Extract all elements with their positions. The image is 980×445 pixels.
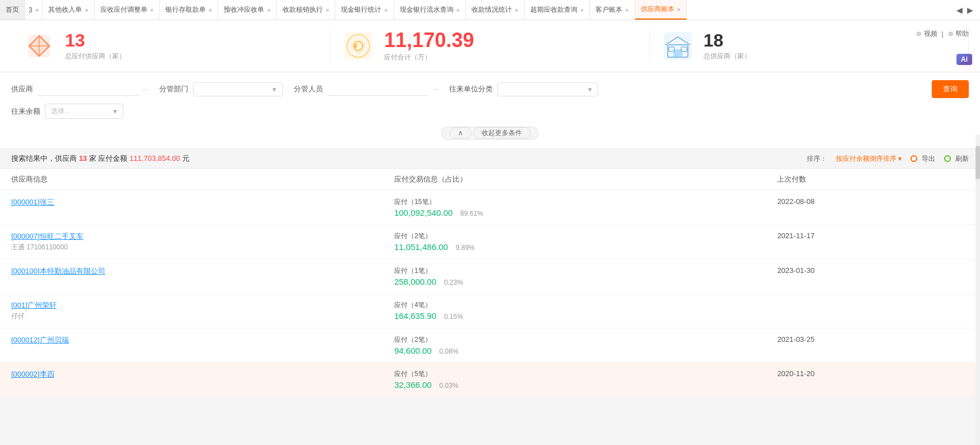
nav-tab-customer-account[interactable]: 客户账本 × <box>590 0 635 20</box>
transaction-info-5: 应付（2笔） 94,600.00 0.08% <box>394 335 777 355</box>
category-field: 往来单位分类 ▾ <box>449 82 598 96</box>
nav-tab-collect-stat-close[interactable]: × <box>515 7 518 13</box>
table-row: [000002]李四 应付（5笔） 32,366.00 0.03% 2020-1… <box>0 363 980 397</box>
stat-info-suppliers: 13 总应付供应商（家） <box>65 31 126 61</box>
supplier-link-2[interactable]: [000007]恒旺二手叉车 <box>11 231 394 242</box>
nav-tab-cash-bank-flow-close[interactable]: × <box>456 7 460 13</box>
category-select[interactable]: ▾ <box>497 82 598 96</box>
collapse-button[interactable]: ∧ 收起更多条件 <box>11 124 969 144</box>
scrollbar[interactable] <box>976 135 980 397</box>
supplier-link-5[interactable]: [000012]广州贝瑞 <box>11 335 394 345</box>
nav-tab-cash-bank-stat-close[interactable]: × <box>384 7 387 13</box>
last-payment-3: 2023-01-30 <box>777 266 969 275</box>
transaction-amount-6[interactable]: 32,366.00 <box>394 380 432 390</box>
table-row: [000100]本特勤油品有限公司 应付（1笔） 258,000.00 0.23… <box>0 259 980 294</box>
supplier-info-4: [001]广州荣轩 仔仔 <box>11 300 394 321</box>
manager-ellipsis[interactable]: ··· <box>433 86 438 92</box>
supplier-info-2: [000007]恒旺二手叉车 王通 17106110000 <box>11 231 394 252</box>
supplier-ellipsis[interactable]: ··· <box>143 86 148 92</box>
balance-label: 往来余额 <box>11 106 40 117</box>
transaction-amount-4[interactable]: 164,635.90 <box>394 311 436 321</box>
balance-value: 选择... <box>51 106 70 116</box>
transaction-amount-3[interactable]: 258,000.00 <box>394 277 436 286</box>
sort-value[interactable]: 按应付余额倒序排序 ▾ <box>836 154 902 164</box>
transaction-amount-2[interactable]: 11,051,486.00 <box>394 242 448 252</box>
nav-tab-home[interactable]: 首页 <box>0 0 25 20</box>
table-header: 供应商信息 应付交易信息（占比） 上次付数 <box>0 169 980 191</box>
stat-info-total-suppliers: 18 总供应商（家） <box>704 31 751 61</box>
nav-arrow-right[interactable]: ▶ <box>965 6 976 15</box>
supplier-sub-2: 王通 17106110000 <box>11 243 394 252</box>
nav-tab-other-income[interactable]: 其他收入单 × <box>43 0 94 20</box>
data-table: 供应商信息 应付交易信息（占比） 上次付数 [000001]张三 应付（15笔）… <box>0 169 980 397</box>
export-button[interactable]: 导出 <box>910 154 935 164</box>
nav-tab-supplier-account[interactable]: 供应商账本 × <box>635 0 687 20</box>
manager-label: 分管人员 <box>294 84 323 94</box>
transaction-percent-5: 0.08% <box>440 347 459 355</box>
transaction-label-3: 应付（1笔） <box>394 266 777 276</box>
supplier-info-6: [000002]李四 <box>11 369 394 379</box>
nav-tab-customer-account-close[interactable]: × <box>625 7 628 13</box>
balance-field: 往来余额 选择... ▾ <box>11 104 123 119</box>
last-payment-5: 2021-03-25 <box>777 335 969 344</box>
nav-tab-collect-verify-close[interactable]: × <box>326 7 329 13</box>
nav-tab-collect-stat-label: 收款情况统计 <box>471 5 512 15</box>
nav-tab-collect-verify[interactable]: 收款核销执行 × <box>277 0 335 20</box>
nav-arrows: ◀ ▶ <box>950 6 980 15</box>
nav-tab-customer-account-label: 客户账本 <box>595 5 622 15</box>
supplier-link-4[interactable]: [001]广州荣轩 <box>11 300 394 310</box>
refresh-icon <box>944 155 951 162</box>
nav-tab-supplier-account-close[interactable]: × <box>677 6 681 13</box>
supplier-link-1[interactable]: [000001]张三 <box>11 197 394 207</box>
scrollbar-thumb[interactable] <box>976 146 980 179</box>
nav-tab-collect-verify-label: 收款核销执行 <box>283 5 323 15</box>
manager-field: 分管人员 ··· <box>294 82 438 96</box>
supplier-link-6[interactable]: [000002]李四 <box>11 369 394 379</box>
supplier-info-3: [000100]本特勤油品有限公司 <box>11 266 394 276</box>
transaction-info-1: 应付（15笔） 100,092,540.00 89.61% <box>394 197 777 217</box>
nav-tab-prepay-collect[interactable]: 预收冲应收单 × <box>218 0 276 20</box>
manager-input[interactable] <box>327 82 428 96</box>
diamond-icon <box>22 29 56 63</box>
department-select[interactable]: ▾ <box>193 82 283 96</box>
wheat-icon: ¥ <box>341 29 375 63</box>
nav-tab-collect-stat[interactable]: 收款情况统计 × <box>466 0 524 20</box>
nav-tab-bank-deposit-close[interactable]: × <box>209 7 212 13</box>
stat-block-suppliers: 13 总应付供应商（家） <box>11 29 330 63</box>
video-link[interactable]: ⊙ 视频 <box>916 29 937 39</box>
supplier-input[interactable] <box>38 82 138 96</box>
ai-badge[interactable]: Ai <box>956 54 972 65</box>
nav-tab-3-close[interactable]: × <box>35 7 39 13</box>
transaction-label-4: 应付（4笔） <box>394 300 777 310</box>
table-row: [000012]广州贝瑞 应付（2笔） 94,600.00 0.08% 2021… <box>0 328 980 363</box>
nav-tab-cash-bank-stat[interactable]: 现金银行统计 × <box>335 0 394 20</box>
nav-tab-ap-adjust[interactable]: 应收应付调整单 × <box>95 0 160 20</box>
refresh-label: 刷新 <box>955 154 969 164</box>
help-link[interactable]: ⊙ 帮助 <box>948 29 969 39</box>
result-bar: 搜索结果中，供应商 13 家 应付金额 111,703,854.00 元 排序：… <box>0 149 980 169</box>
nav-tab-other-income-close[interactable]: × <box>85 7 88 13</box>
supplier-info-5: [000012]广州贝瑞 <box>11 335 394 345</box>
nav-tab-cash-bank-stat-label: 现金银行统计 <box>341 5 381 15</box>
nav-arrow-left[interactable]: ◀ <box>954 6 965 15</box>
nav-tab-ap-adjust-label: 应收应付调整单 <box>100 5 147 15</box>
query-button[interactable]: 查询 <box>932 80 969 98</box>
search-row-2: 往来余额 选择... ▾ <box>11 104 969 119</box>
supplier-link-3[interactable]: [000100]本特勤油品有限公司 <box>11 266 394 276</box>
divider: | <box>942 30 944 38</box>
nav-tab-overdue-query[interactable]: 超期应收款查询 × <box>525 0 590 20</box>
nav-tab-overdue-query-close[interactable]: × <box>580 7 584 13</box>
nav-tab-cash-bank-flow[interactable]: 现金银行流水查询 × <box>394 0 466 20</box>
sort-label: 排序： <box>807 154 827 164</box>
nav-tab-supplier-account-label: 供应商账本 <box>641 4 674 14</box>
nav-tab-ap-adjust-close[interactable]: × <box>150 7 154 13</box>
nav-tab-bank-deposit[interactable]: 银行存取款单 × <box>160 0 218 20</box>
refresh-button[interactable]: 刷新 <box>944 154 969 164</box>
nav-tab-prepay-collect-close[interactable]: × <box>267 7 270 13</box>
nav-tab-3[interactable]: 3 × <box>25 0 43 20</box>
transaction-info-6: 应付（5笔） 32,366.00 0.03% <box>394 369 777 390</box>
transaction-amount-1[interactable]: 100,092,540.00 <box>394 208 452 217</box>
transaction-amount-5[interactable]: 94,600.00 <box>394 346 432 355</box>
balance-select[interactable]: 选择... ▾ <box>45 104 123 119</box>
transaction-percent-3: 0.23% <box>444 279 463 286</box>
